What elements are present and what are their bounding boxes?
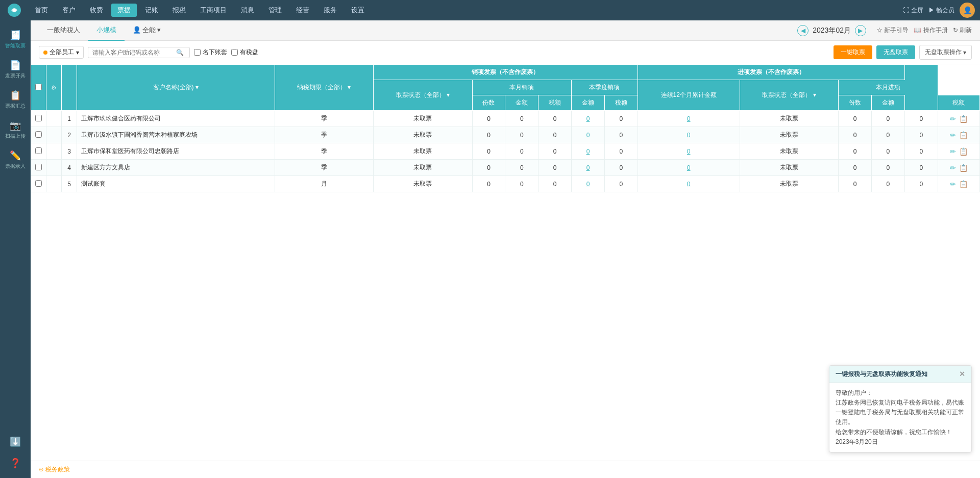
manual-link[interactable]: 📖 操作手册	[914, 26, 947, 35]
notification-close-btn[interactable]: ✕	[959, 370, 965, 378]
row-sales-quarter-tax: 0	[604, 176, 638, 192]
employee-select[interactable]: 全部员工 ▾	[39, 46, 84, 59]
row-sales-month-amount: 0	[505, 176, 538, 192]
edit-icon[interactable]: ✏	[950, 131, 956, 139]
refresh-btn[interactable]: ↻ 刷新	[953, 26, 972, 35]
employee-label: 全部员工	[50, 48, 74, 57]
under-account-checkbox[interactable]	[194, 49, 201, 56]
th-checkbox	[31, 65, 46, 111]
th-in-group: 进项发票（不含作废票）	[638, 65, 904, 80]
nav-message[interactable]: 消息	[235, 4, 260, 17]
row-in-cancel-status: 未取票	[740, 111, 839, 127]
detail-icon[interactable]: 📋	[959, 115, 968, 123]
sidebar-item-invoice-summary[interactable]: 📋 票据汇总	[2, 86, 29, 114]
row-actions: ✏ 📋	[938, 143, 979, 160]
notification-popup: 一键报税与无盘取票功能恢复通知 ✕ 尊敬的用户： 江苏政务网已恢复访问电子税务局…	[829, 365, 972, 452]
row-actions: ✏ 📋	[938, 127, 979, 143]
nav-home[interactable]: 首页	[29, 4, 54, 17]
row-sales-month-tax: 0	[538, 111, 572, 127]
row-settings-cell	[46, 160, 62, 176]
row-sales-cancel-status: 未取票	[374, 143, 473, 160]
edit-icon[interactable]: ✏	[950, 164, 956, 172]
edit-icon[interactable]: ✏	[950, 180, 956, 188]
fullscreen-btn[interactable]: ⛶ 全屏	[903, 6, 923, 15]
row-sales-quarter-amount: 0	[572, 143, 605, 160]
sidebar-item-help[interactable]: ❓	[2, 454, 29, 473]
has-tax-device-checkbox[interactable]	[231, 49, 238, 56]
detail-icon[interactable]: 📋	[959, 147, 968, 156]
client-name-filter-icon[interactable]: ▾	[195, 84, 199, 91]
row-checkbox[interactable]	[35, 164, 42, 170]
select-all-checkbox[interactable]	[35, 84, 42, 90]
sales-cancel-filter-icon[interactable]: ▾	[447, 91, 450, 98]
all-tab-dropdown-icon[interactable]: ▾	[157, 26, 161, 34]
row-checkbox[interactable]	[35, 131, 42, 138]
row-sales-quarter-amount: 0	[572, 127, 605, 143]
nav-manage[interactable]: 管理	[262, 4, 288, 17]
no-disk-ticket-btn[interactable]: 无盘取票	[876, 45, 915, 59]
sidebar-item-invoice-issue[interactable]: 📄 发票开具	[2, 56, 29, 84]
row-sales-quarter-tax: 0	[604, 143, 638, 160]
one-click-ticket-btn[interactable]: 一键取票	[834, 45, 872, 59]
search-icon[interactable]: 🔍	[176, 49, 184, 56]
current-date: 2023年02月	[813, 26, 851, 35]
row-checkbox[interactable]	[35, 115, 42, 121]
has-tax-device-checkbox-label[interactable]: 有税盘	[231, 48, 258, 57]
row-in-month-amount: 0	[871, 127, 904, 143]
row-settings-cell	[46, 111, 62, 127]
new-guide-link[interactable]: ☆ 新手引导	[876, 26, 909, 35]
sidebar-item-scan-upload[interactable]: 📷 扫描上传	[2, 116, 29, 144]
sidebar-item-smart-ticket[interactable]: 🧾 智能取票	[2, 26, 29, 54]
row-sales-quarter-tax: 0	[604, 111, 638, 127]
nav-business[interactable]: 工商项目	[194, 4, 233, 17]
tab-all[interactable]: 👤 全能 ▾	[125, 20, 169, 41]
row-checkbox[interactable]	[35, 147, 42, 154]
next-month-btn[interactable]: ▶	[855, 25, 866, 36]
nav-operate[interactable]: 经营	[290, 4, 315, 17]
tax-policy-link[interactable]: ⊙ 税务政策	[39, 466, 70, 473]
edit-icon[interactable]: ✏	[950, 115, 956, 123]
row-sales-cancel-status: 未取票	[374, 176, 473, 192]
user-avatar[interactable]: 👤	[960, 3, 975, 18]
nav-accounting[interactable]: 记账	[139, 4, 164, 17]
nav-tax[interactable]: 报税	[166, 4, 192, 17]
row-checkbox[interactable]	[35, 180, 42, 187]
settings-icon[interactable]: ⚙	[51, 84, 57, 91]
detail-icon[interactable]: 📋	[959, 180, 968, 188]
notification-header: 一键报税与无盘取票功能恢复通知 ✕	[829, 366, 971, 383]
search-input[interactable]	[92, 49, 174, 56]
nav-client[interactable]: 客户	[56, 4, 82, 17]
row-no: 4	[62, 160, 77, 176]
tax-period-filter-icon[interactable]: ▾	[348, 84, 351, 91]
row-sales-quarter-amount: 0	[572, 176, 605, 192]
detail-icon[interactable]: 📋	[959, 164, 968, 172]
no-disk-ticket-ops-btn[interactable]: 无盘取票操作 ▾	[919, 45, 972, 60]
row-in-cancel-status: 未取票	[740, 127, 839, 143]
in-cancel-filter-icon[interactable]: ▾	[813, 91, 816, 98]
tab-small-scale[interactable]: 小规模	[88, 20, 125, 41]
sidebar-item-download[interactable]: ⬇️	[2, 432, 29, 451]
row-in-cancel-status: 未取票	[740, 176, 839, 192]
row-in-month-amount: 0	[871, 111, 904, 127]
nav-fee[interactable]: 收费	[84, 4, 109, 17]
detail-icon[interactable]: 📋	[959, 131, 968, 139]
tab-general-taxpayer[interactable]: 一般纳税人	[39, 20, 88, 41]
row-sales-month-count: 0	[472, 127, 505, 143]
under-account-checkbox-label[interactable]: 名下账套	[194, 48, 227, 57]
member-btn[interactable]: ▶ 畅会员	[928, 6, 954, 15]
notification-title: 一键报税与无盘取票功能恢复通知	[836, 370, 927, 379]
row-cumulative: 0	[638, 111, 740, 127]
row-in-cancel-status: 未取票	[740, 160, 839, 176]
nav-invoice[interactable]: 票据	[111, 4, 137, 17]
nav-service[interactable]: 服务	[317, 4, 343, 17]
sub-header: 一般纳税人 小规模 👤 全能 ▾ ◀ 2023年02月 ▶ ☆ 新手引导 📖 操…	[31, 20, 980, 41]
th-no	[62, 65, 77, 111]
row-actions: ✏ 📋	[938, 176, 979, 192]
sidebar-item-invoice-entry[interactable]: ✏️ 票据录入	[2, 146, 29, 174]
scan-icon: 📷	[10, 120, 21, 131]
row-in-month-amount: 0	[871, 143, 904, 160]
footer: ⊙ 税务政策	[31, 461, 980, 478]
edit-icon[interactable]: ✏	[950, 147, 956, 156]
nav-settings[interactable]: 设置	[345, 4, 371, 17]
prev-month-btn[interactable]: ◀	[797, 25, 808, 36]
